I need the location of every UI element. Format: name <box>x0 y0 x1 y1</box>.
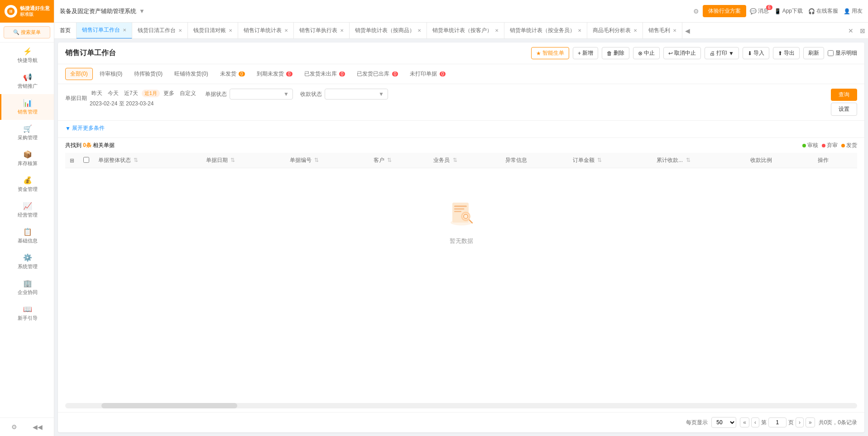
user-icon: 👤 <box>844 8 850 14</box>
print-button[interactable]: 🖨 打印 ▼ <box>705 47 739 59</box>
search-settings-button[interactable]: 设置 <box>831 103 857 116</box>
message-button[interactable]: 💬 消息 6 <box>750 7 769 15</box>
filter-tab-wangpu[interactable]: 旺铺待发货(0) <box>169 68 213 80</box>
tab-close-order-stats[interactable]: ✕ <box>284 28 288 33</box>
tab-sales-margin[interactable]: 销售毛利 ✕ <box>643 23 682 39</box>
tab-reconciliation[interactable]: 钱货日清对账 ✕ <box>188 23 238 39</box>
date-option-7days[interactable]: 近7天 <box>122 89 140 98</box>
filter-tab-pending-review[interactable]: 待审核(0) <box>95 68 128 80</box>
sidebar-item-marketing[interactable]: 📢 营销推广 <box>0 68 54 94</box>
tab-close-money-daily[interactable]: ✕ <box>178 28 182 33</box>
sidebar-item-guide[interactable]: 📖 新手引导 <box>0 300 54 326</box>
sort-amount-icon[interactable]: ⇅ <box>597 157 602 163</box>
sidebar-item-corp[interactable]: 🏢 企业协同 <box>0 275 54 300</box>
page-prev-button[interactable]: ‹ <box>751 417 759 427</box>
sidebar-item-finance[interactable]: 💰 资金管理 <box>0 171 54 197</box>
filter-tab-all[interactable]: 全部(0) <box>65 68 93 80</box>
sort-number-icon[interactable]: ⇅ <box>314 157 319 163</box>
sidebar-item-system[interactable]: ⚙️ 系统管理 <box>0 249 54 275</box>
date-option-1month[interactable]: 近1月 <box>142 90 160 97</box>
sidebar-item-operation[interactable]: 📈 经营管理 <box>0 197 54 223</box>
expand-more-button[interactable]: ▼ 展开更多条件 <box>65 123 857 134</box>
topbar-gear-icon[interactable]: ⚙ <box>693 8 699 15</box>
export-button[interactable]: ⬆ 导出 <box>773 47 800 59</box>
filter-tab-unprinted[interactable]: 未打印单据 0 <box>405 68 451 80</box>
stop-button[interactable]: ⊗ 中止 <box>633 47 660 59</box>
sidebar-item-inventory[interactable]: 📦 库存核算 <box>0 146 54 171</box>
sidebar-item-basic[interactable]: 📋 基础信息 <box>0 223 54 249</box>
cancel-stop-button[interactable]: ↩ 取消中止 <box>663 47 701 59</box>
collapse-icon[interactable]: ◀◀ <box>31 422 44 432</box>
review-button[interactable]: 审核 <box>802 142 818 149</box>
filter-tab-pending-inspect[interactable]: 待挥验货(0) <box>129 68 168 80</box>
online-service-button[interactable]: 🎧 在线客服 <box>808 7 838 15</box>
tab-close-sales-order[interactable]: ✕ <box>123 28 126 33</box>
tab-close-margin-analysis[interactable]: ✕ <box>633 28 637 33</box>
search-menu-button[interactable]: 🔍 搜索菜单 <box>4 26 50 38</box>
page-number-input[interactable] <box>768 417 786 427</box>
date-option-more[interactable]: 更多 <box>162 89 176 98</box>
horizontal-scrollbar[interactable] <box>65 403 857 408</box>
page-size-select[interactable]: 50 10 20 100 <box>711 417 736 428</box>
tab-close-order-exec[interactable]: ✕ <box>340 28 344 33</box>
status-select[interactable]: ▼ <box>230 89 293 100</box>
filter-tab-shipped-out[interactable]: 已发货已出库 0 <box>352 68 403 80</box>
tab-sales-order-workbench[interactable]: 销售订单工作台 ✕ <box>77 23 132 39</box>
ship-button[interactable]: 发货 <box>841 142 857 149</box>
smart-generate-button[interactable]: ★ 智能生单 <box>531 47 569 59</box>
sidebar-nav: ⚡ 快捷导航 📢 营销推广 📊 销售管理 🛒 采购管理 📦 库存核算 💰 资金管… <box>0 43 54 417</box>
page-first-button[interactable]: « <box>740 417 749 427</box>
add-button[interactable]: + 新增 <box>573 47 598 59</box>
tab-close-sales-staff[interactable]: ✕ <box>578 28 581 33</box>
search-icon: 🔍 <box>13 29 19 35</box>
tab-close-sales-customer[interactable]: ✕ <box>495 28 499 33</box>
sort-staff-icon[interactable]: ⇅ <box>453 157 457 163</box>
refresh-button[interactable]: 刷新 <box>803 47 824 59</box>
import-button[interactable]: ⬇ 导入 <box>743 47 769 59</box>
delete-button[interactable]: 🗑 删除 <box>602 47 629 59</box>
tab-sales-staff[interactable]: 销货单统计表（按业务员） ✕ <box>504 23 587 39</box>
sidebar-item-sales[interactable]: 📊 销售管理 <box>0 94 54 120</box>
tab-close-reconciliation[interactable]: ✕ <box>229 28 232 33</box>
filter-tab-unshipped[interactable]: 未发货 0 <box>215 68 250 80</box>
page-next-button[interactable]: › <box>796 417 804 427</box>
tab-close-all-button[interactable]: ⊠ <box>857 26 868 35</box>
tab-money-daily-workbench[interactable]: 钱货日清工作台 ✕ <box>132 23 188 39</box>
tab-close-current-button[interactable]: ✕ <box>845 26 856 35</box>
user-menu-button[interactable]: 👤 用友 <box>844 7 863 15</box>
tab-margin-analysis[interactable]: 商品毛利分析表 ✕ <box>587 23 643 39</box>
date-option-yesterday[interactable]: 昨天 <box>90 89 104 98</box>
sidebar-item-purchase[interactable]: 🛒 采购管理 <box>0 120 54 146</box>
settings-icon[interactable]: ⚙ <box>10 422 19 432</box>
th-status-overall: 单据整体状态 ⇅ <box>94 153 201 168</box>
sidebar-item-quicknav[interactable]: ⚡ 快捷导航 <box>0 43 54 68</box>
cancel-review-button[interactable]: 弃审 <box>822 142 838 149</box>
tab-prev-button[interactable]: ◀ <box>682 27 693 34</box>
filter-tab-overdue[interactable]: 到期未发货 0 <box>252 68 297 80</box>
show-detail-label[interactable]: 显示明细 <box>828 49 857 57</box>
th-ratio: 收款比例 <box>746 153 813 168</box>
query-button[interactable]: 查询 <box>831 89 857 101</box>
date-option-custom[interactable]: 自定义 <box>178 89 198 98</box>
tab-sales-product[interactable]: 销货单统计表（按商品） ✕ <box>350 23 427 39</box>
select-all-checkbox[interactable] <box>83 157 89 163</box>
sort-status-icon[interactable]: ⇅ <box>134 157 138 163</box>
tab-close-sales-margin[interactable]: ✕ <box>673 28 676 33</box>
sort-date-icon[interactable]: ⇅ <box>230 157 235 163</box>
page-last-button[interactable]: » <box>806 417 815 427</box>
topbar-dropdown-icon[interactable]: ▼ <box>139 8 145 14</box>
tab-sales-customer[interactable]: 销货单统计表（按客户） ✕ <box>427 23 504 39</box>
tab-order-exec[interactable]: 销售订单执行表 ✕ <box>294 23 350 39</box>
date-option-today[interactable]: 今天 <box>106 89 120 98</box>
show-detail-checkbox[interactable] <box>828 50 834 56</box>
tab-home[interactable]: 首页 <box>54 23 77 39</box>
sort-collected-icon[interactable]: ⇅ <box>686 157 691 163</box>
filter-tab-shipped-not-out[interactable]: 已发货未出库 0 <box>299 68 350 80</box>
solution-button[interactable]: 体验行业方案 <box>703 5 746 17</box>
sort-customer-icon[interactable]: ⇅ <box>387 157 392 163</box>
scroll-thumb[interactable] <box>101 403 237 408</box>
tab-close-sales-product[interactable]: ✕ <box>417 28 421 33</box>
payment-select[interactable]: ▼ <box>325 89 388 100</box>
tab-order-stats[interactable]: 销售订单统计表 ✕ <box>238 23 294 39</box>
app-download-button[interactable]: 📱 App下载 <box>774 7 803 15</box>
